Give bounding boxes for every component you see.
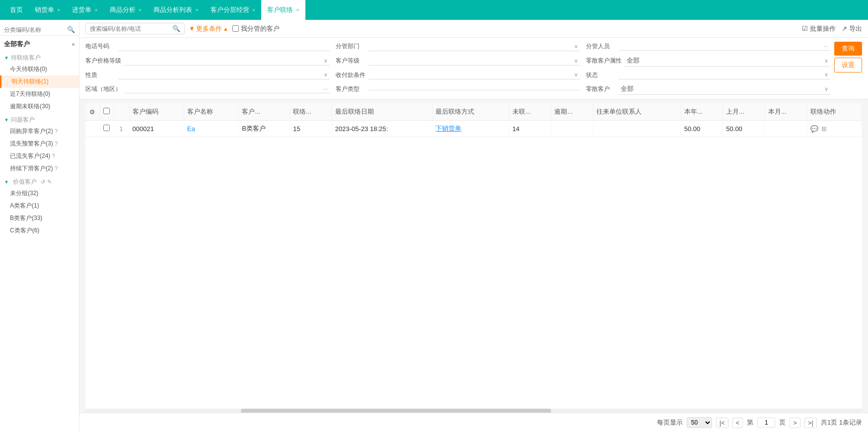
export-icon: ↗ <box>842 25 847 32</box>
row-num: 1 <box>113 121 129 137</box>
filter-person-label: 分管人员 <box>586 42 616 51</box>
sidebar-item-tomorrow[interactable]: 明天待联络(1) <box>0 75 79 88</box>
col-last-contact-method[interactable]: 最后联络方式 <box>433 103 509 121</box>
filter-retail-attr-select[interactable]: 全部 ∨ <box>625 55 830 67</box>
filter-payment-terms: 收付款条件 ∨ <box>336 71 580 79</box>
row-last-contact-method[interactable]: 下销货单 <box>433 121 509 137</box>
sidebar-item-repurchase-anomaly[interactable]: 回购异常客户(2) ? <box>0 125 79 138</box>
row-this-year: 50.00 <box>681 121 723 137</box>
sidebar-item-7days[interactable]: 近7天待联络(0) <box>0 88 79 100</box>
page-input[interactable] <box>757 418 775 428</box>
search-input[interactable] <box>90 25 172 32</box>
filter-region: 区域（地区） ··· <box>85 85 330 93</box>
sidebar-item-today[interactable]: 今天待联络(0) <box>0 63 79 75</box>
filter-person-select[interactable]: ··· <box>619 42 830 51</box>
close-icon[interactable]: × <box>139 7 142 13</box>
col-last-month[interactable]: 上月... <box>723 103 765 121</box>
nav-product-analysis-list[interactable]: 商品分析列表 × <box>147 0 204 20</box>
toolbar: 🔍 ▼ 更多条件 ▲ 我分管的客户 ☑ 批量操作 ↗ 导出 <box>79 20 868 38</box>
filter-status-label: 状态 <box>586 71 616 79</box>
last-page-button[interactable]: >| <box>804 418 817 428</box>
filter-price-level-select[interactable]: ∨ <box>124 57 330 66</box>
nav-product-analysis[interactable]: 商品分析 × <box>104 0 147 20</box>
nav-customer-contact[interactable]: 客户联络 × <box>261 0 305 20</box>
sidebar-item-churned[interactable]: 已流失客户(24) ? <box>0 150 79 162</box>
col-customer-name[interactable]: 客户名称 <box>184 103 238 121</box>
row-last-contact-date: 2023-05-23 18:25: <box>332 121 433 137</box>
close-icon[interactable]: × <box>57 7 60 13</box>
export-button[interactable]: ↗ 导出 <box>842 24 862 33</box>
col-action: 联络动作 <box>807 103 862 121</box>
sidebar-item-class-b[interactable]: B类客户(33) <box>0 212 79 224</box>
row-contact: 15 <box>290 121 332 137</box>
col-unit-contact[interactable]: 往来单位联系人 <box>593 103 681 121</box>
my-customers-checkbox-label[interactable]: 我分管的客户 <box>232 24 280 33</box>
content-area: 🔍 ▼ 更多条件 ▲ 我分管的客户 ☑ 批量操作 ↗ 导出 <box>79 20 868 432</box>
filter-customer-level-select[interactable]: ∨ <box>368 57 580 66</box>
nav-sales-order[interactable]: 销货单 × <box>29 0 66 20</box>
comment-icon[interactable]: 💬 <box>810 125 818 133</box>
filter-retail-customer-select[interactable]: 全部 ∨ <box>619 83 830 95</box>
sidebar-item-declining[interactable]: 持续下滑客户(2) ? <box>0 162 79 175</box>
search-box: 🔍 <box>85 23 185 34</box>
sidebar-item-overdue[interactable]: 逾期未联络(30) <box>0 100 79 113</box>
close-icon[interactable]: × <box>94 7 97 13</box>
prev-page-button[interactable]: < <box>732 418 743 428</box>
row-settings[interactable] <box>85 121 99 137</box>
sidebar-item-class-a[interactable]: A类客户(1) <box>0 200 79 212</box>
sidebar-search-input[interactable] <box>4 26 67 33</box>
more-conditions-button[interactable]: ▼ 更多条件 ▲ <box>189 24 228 33</box>
filter-phone-input[interactable] <box>118 42 330 51</box>
nav-customer-segmentation[interactable]: 客户分层经营 × <box>205 0 261 20</box>
col-overdue[interactable]: 逾期... <box>551 103 593 121</box>
col-settings[interactable]: ⚙ <box>85 103 99 121</box>
collapse-icon[interactable]: « <box>72 41 75 48</box>
col-checkbox[interactable] <box>99 103 113 121</box>
col-not-contacted[interactable]: 未联... <box>509 103 551 121</box>
filter-payment-terms-select[interactable]: ∨ <box>368 71 580 79</box>
sidebar-item-churn-warning[interactable]: 流失预警客户(3) ? <box>0 138 79 150</box>
per-page-label: 每页显示 <box>657 418 683 427</box>
scrollbar-thumb[interactable] <box>241 409 552 413</box>
filter-dept-select[interactable]: ∨ <box>368 42 580 51</box>
col-customer-code[interactable]: 客户编码 <box>129 103 184 121</box>
filter-status-select[interactable]: ∨ <box>619 71 830 79</box>
select-all-checkbox[interactable] <box>103 108 110 114</box>
filter-region-select[interactable]: ··· <box>124 85 330 93</box>
col-this-year[interactable]: 本年... <box>681 103 723 121</box>
col-contact[interactable]: 联络... <box>290 103 332 121</box>
row-checkbox[interactable] <box>99 121 113 137</box>
sidebar-item-ungrouped[interactable]: 未分组(32) <box>0 187 79 200</box>
filter-customer-type-select[interactable] <box>368 88 580 90</box>
per-page-select[interactable]: 50 100 200 <box>687 417 712 428</box>
query-button[interactable]: 查询 <box>834 42 862 56</box>
dots-icon[interactable]: ··· <box>323 86 328 92</box>
dots-icon[interactable]: ··· <box>824 43 828 49</box>
col-this-month[interactable]: 本月... <box>765 103 807 121</box>
filter-nature-select[interactable]: ∨ <box>118 71 330 79</box>
all-customers-header[interactable]: 全部客户 « <box>0 38 79 51</box>
set-button[interactable]: 设置 <box>834 58 862 72</box>
close-icon[interactable]: × <box>296 7 299 13</box>
page-unit: 页 <box>779 418 786 427</box>
search-icon[interactable]: 🔍 <box>172 25 180 32</box>
filter-row-2: 客户价格等级 ∨ 客户等级 ∨ <box>85 55 830 67</box>
nav-home[interactable]: 首页 <box>4 0 29 20</box>
filter-nature-label: 性质 <box>85 71 115 79</box>
close-icon[interactable]: × <box>252 7 255 13</box>
close-icon[interactable]: × <box>195 7 198 13</box>
col-customer-type[interactable]: 客户... <box>239 103 290 121</box>
grid-icon[interactable]: ⊞ <box>821 125 827 133</box>
first-page-button[interactable]: |< <box>716 418 728 428</box>
horizontal-scrollbar[interactable] <box>85 409 862 413</box>
row-name[interactable]: Ea <box>184 121 238 137</box>
nav-purchase-order[interactable]: 进货单 × <box>66 0 103 20</box>
filter-row-3: 性质 ∨ 收付款条件 ∨ <box>85 71 830 79</box>
search-icon[interactable]: 🔍 <box>67 26 75 33</box>
my-customers-checkbox[interactable] <box>232 25 239 32</box>
col-last-contact-date[interactable]: 最后联络日期 <box>332 103 433 121</box>
next-page-button[interactable]: > <box>790 418 800 428</box>
batch-operation-button[interactable]: ☑ 批量操作 <box>802 24 836 33</box>
row-select-checkbox[interactable] <box>103 125 110 131</box>
sidebar-item-class-c[interactable]: C类客户(6) <box>0 224 79 237</box>
